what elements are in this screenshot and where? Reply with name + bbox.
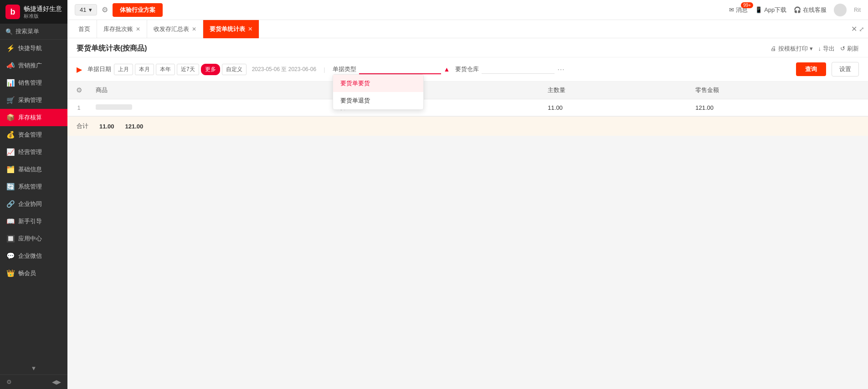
sidebar-item-marketing[interactable]: 📣营销推广 [0, 57, 67, 74]
tab-要货单统计表[interactable]: 要货单统计表✕ [203, 20, 259, 38]
app-subtitle: 标准版 [24, 13, 62, 19]
date-btn-3[interactable]: 近7天 [177, 64, 199, 75]
sidebar-item-quick-nav[interactable]: ⚡快捷导航 [0, 40, 67, 57]
sidebar-label-marketing: 营销推广 [18, 61, 42, 70]
sidebar-item-purchase[interactable]: 🛒采购管理 [0, 92, 67, 109]
sidebar-item-operations[interactable]: 📈经营管理 [0, 143, 67, 161]
data-table: ⚙商品主计量单位主数量零售金额 1块11.00121.00 [67, 82, 868, 116]
main-area: 41 ▾ ⚙ 体验行业方案 ✉ 消息 99+ 📱 App下载 🎧 在线客服 Ri… [67, 0, 868, 389]
settings-button[interactable]: 设置 [832, 62, 859, 77]
app-download-area[interactable]: 📱 App下载 [755, 6, 786, 14]
sidebar-search[interactable]: 🔍 搜索菜单 [0, 24, 67, 40]
sidebar-label-basics: 基础信息 [18, 165, 42, 174]
refresh-btn[interactable]: ↺ 刷新 [840, 45, 859, 53]
dropdown-item-要货单要货[interactable]: 要货单要货 [333, 75, 423, 92]
sidebar-label-finance: 资金管理 [18, 131, 42, 139]
filter-toggle-btn[interactable]: ▶ [77, 65, 82, 74]
filter-bar: ▶ 单据日期 上月本月本年近7天更多自定义 2023-05-06 至 2023-… [67, 57, 868, 82]
dropdown-item-要货单退货[interactable]: 要货单退货 [333, 92, 423, 109]
table-row: 1块11.00121.00 [67, 99, 868, 116]
search-icon: 🔍 [5, 28, 13, 35]
sidebar-item-finance[interactable]: 💰资金管理 [0, 126, 67, 143]
sidebar-item-apps[interactable]: 🔲应用中心 [0, 230, 67, 247]
footer-qty: 11.00 [99, 123, 114, 130]
user-name: Rit [854, 7, 861, 13]
sidebar-icon-enterprise: 🔗 [6, 200, 15, 208]
tab-close-icon[interactable]: ✕ [248, 26, 252, 32]
sidebar-item-system[interactable]: 🔄系统管理 [0, 178, 67, 195]
sidebar-settings-icon[interactable]: ⚙ [6, 379, 12, 385]
export-icon: ↓ [818, 45, 822, 52]
sidebar-icon-basics: 🗂️ [6, 165, 15, 174]
tab-close-icon[interactable]: ✕ [192, 26, 196, 32]
tab-close-icon[interactable]: ✕ [136, 26, 140, 32]
tab-收发存汇总表[interactable]: 收发存汇总表✕ [147, 20, 203, 38]
topbar-gear-icon[interactable]: ⚙ [102, 5, 108, 14]
print-btn[interactable]: 🖨 按模板打印 ▾ [770, 45, 813, 53]
sidebar: b 畅捷通好生意 标准版 🔍 搜索菜单 ⚡快捷导航📣营销推广📊销售管理🛒采购管理… [0, 0, 67, 389]
sidebar-icon-wechat: 💬 [6, 252, 15, 260]
sidebar-item-wechat[interactable]: 💬企业微信 [0, 247, 67, 265]
page-content: 要货单统计表(按商品) 🖨 按模板打印 ▾ ↓ 导出 ↺ 刷新 [67, 38, 868, 389]
warehouse-input[interactable] [482, 65, 555, 74]
type-dropdown-icon[interactable]: ▲ [444, 66, 450, 73]
online-service-area[interactable]: 🎧 在线客服 [794, 6, 827, 14]
headset-icon: 🎧 [794, 6, 801, 13]
sidebar-label-sales: 销售管理 [18, 79, 42, 87]
sidebar-item-inventory[interactable]: 📦库存核算 [0, 109, 67, 126]
message-badge: 99+ [741, 2, 753, 8]
sidebar-label-apps: 应用中心 [18, 235, 42, 243]
sidebar-icon-marketing: 📣 [6, 61, 15, 70]
warehouse-label: 要货仓库 [455, 65, 479, 73]
close-all-tabs-icon[interactable]: ✕ [851, 25, 857, 33]
table-cell-1 [90, 99, 334, 116]
page-title-bar: 要货单统计表(按商品) 🖨 按模板打印 ▾ ↓ 导出 ↺ 刷新 [67, 38, 868, 57]
refresh-icon: ↺ [840, 45, 845, 52]
sidebar-search-label: 搜索菜单 [15, 27, 39, 36]
column-settings-icon[interactable]: ⚙ [76, 86, 82, 94]
warehouse-more-icon[interactable]: ⋯ [557, 65, 565, 74]
expand-tabs-icon[interactable]: ⤢ [859, 26, 864, 33]
sidebar-icon-member: 👑 [6, 269, 15, 277]
type-input[interactable] [359, 65, 441, 74]
trial-button[interactable]: 体验行业方案 [113, 3, 163, 17]
date-btn-2[interactable]: 本年 [156, 64, 175, 75]
sidebar-item-basics[interactable]: 🗂️基础信息 [0, 161, 67, 178]
date-btn-0[interactable]: 上月 [114, 64, 133, 75]
table-body: 1块11.00121.00 [67, 99, 868, 116]
table-cell-3: 11.00 [542, 99, 690, 116]
sidebar-label-member: 畅会员 [18, 269, 36, 277]
col-header-0: ⚙ [67, 82, 90, 99]
type-label: 单据类型 [333, 65, 356, 73]
warehouse-filter-group: 要货仓库 ⋯ [455, 65, 791, 74]
page-inner: 要货单统计表(按商品) 🖨 按模板打印 ▾ ↓ 导出 ↺ 刷新 [67, 38, 868, 136]
sidebar-collapse-icon[interactable]: ◀▶ [52, 379, 61, 385]
type-filter-group: 单据类型 ▲ 要货单要货要货单退货 [333, 65, 450, 74]
sidebar-icon-quick-nav: ⚡ [6, 44, 15, 52]
footer-label: 合计 [77, 122, 88, 130]
date-btn-4[interactable]: 更多 [201, 64, 220, 75]
type-dropdown: 要货单要货要货单退货 [333, 74, 424, 110]
table-header-row: ⚙商品主计量单位主数量零售金额 [67, 82, 868, 99]
sidebar-label-system: 系统管理 [18, 183, 42, 191]
tab-库存批次账[interactable]: 库存批次账✕ [97, 20, 147, 38]
sidebar-scroll-down[interactable]: ▼ [0, 362, 67, 374]
date-btn-1[interactable]: 本月 [135, 64, 154, 75]
app-download-icon: 📱 [755, 6, 762, 13]
sidebar-label-quick-nav: 快捷导航 [18, 44, 42, 52]
date-filter-group: 单据日期 上月本月本年近7天更多自定义 [87, 64, 247, 75]
avatar[interactable] [834, 4, 847, 16]
date-btn-5[interactable]: 自定义 [222, 64, 247, 75]
sidebar-label-inventory: 库存核算 [18, 113, 42, 122]
message-area[interactable]: ✉ 消息 99+ [729, 6, 748, 14]
tab-count-display[interactable]: 41 ▾ [75, 4, 97, 15]
table-wrapper: ⚙商品主计量单位主数量零售金额 1块11.00121.00 [67, 82, 868, 116]
sidebar-item-guide[interactable]: 📖新手引导 [0, 213, 67, 230]
tabs-bar: 首页库存批次账✕收发存汇总表✕要货单统计表✕ ✕ ⤢ [67, 20, 868, 38]
export-btn[interactable]: ↓ 导出 [818, 45, 835, 53]
sidebar-item-member[interactable]: 👑畅会员 [0, 265, 67, 282]
query-button[interactable]: 查询 [796, 62, 826, 76]
sidebar-item-sales[interactable]: 📊销售管理 [0, 74, 67, 92]
tab-首页[interactable]: 首页 [72, 20, 97, 38]
sidebar-item-enterprise[interactable]: 🔗企业协同 [0, 195, 67, 213]
